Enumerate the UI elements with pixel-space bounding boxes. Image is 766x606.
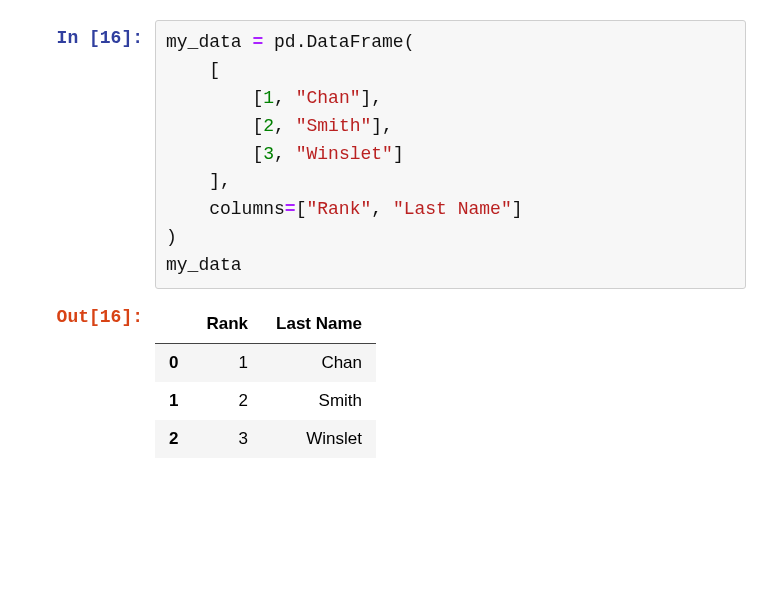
table-cell: 3: [192, 420, 262, 458]
code-num: 3: [263, 144, 274, 164]
code-lbrack: [: [252, 116, 263, 136]
output-cell: Out[16]: Rank Last Name 0 1 Chan 1 2: [20, 299, 746, 458]
code-str: "Last Name": [393, 199, 512, 219]
table-cell: 1: [192, 344, 262, 383]
code-comma: ,: [274, 88, 285, 108]
code-dot: .: [296, 32, 307, 52]
table-index-cell: 2: [155, 420, 192, 458]
code-rbrack: ]: [512, 199, 523, 219]
input-prompt: In [16]:: [20, 20, 155, 289]
code-str: "Rank": [306, 199, 371, 219]
table-index-cell: 1: [155, 382, 192, 420]
code-open: (: [404, 32, 415, 52]
table-cell: Chan: [262, 344, 376, 383]
table-row: 2 3 Winslet: [155, 420, 376, 458]
code-comma: ,: [274, 116, 285, 136]
code-echo: my_data: [166, 255, 242, 275]
code-pd: pd: [274, 32, 296, 52]
code-lbrack: [: [296, 199, 307, 219]
code-close: ): [166, 227, 177, 247]
code-comma: ,: [274, 144, 285, 164]
code-rbrack: ]: [360, 88, 371, 108]
code-comma: ,: [371, 199, 382, 219]
code-comma: ,: [382, 116, 393, 136]
code-str: "Winslet": [296, 144, 393, 164]
table-col-header: Last Name: [262, 305, 376, 344]
code-comma: ,: [220, 171, 231, 191]
code-columns-kw: columns: [209, 199, 285, 219]
code-lbrack: [: [209, 60, 220, 80]
table-cell: 2: [192, 382, 262, 420]
table-row: 1 2 Smith: [155, 382, 376, 420]
table-row: 0 1 Chan: [155, 344, 376, 383]
code-str: "Smith": [296, 116, 372, 136]
code-block[interactable]: my_data = pd.DataFrame( [ [1, "Chan"], […: [155, 20, 746, 289]
table-header-row: Rank Last Name: [155, 305, 376, 344]
table-cell: Smith: [262, 382, 376, 420]
code-ctor: DataFrame: [306, 32, 403, 52]
code-eq2: =: [285, 199, 296, 219]
code-rbrack: ]: [371, 116, 382, 136]
input-cell: In [16]: my_data = pd.DataFrame( [ [1, "…: [20, 20, 746, 289]
code-lbrack: [: [252, 88, 263, 108]
table-cell: Winslet: [262, 420, 376, 458]
code-comma: ,: [371, 88, 382, 108]
code-rbrack: ]: [209, 171, 220, 191]
code-num: 1: [263, 88, 274, 108]
dataframe-table: Rank Last Name 0 1 Chan 1 2 Smith 2 3: [155, 305, 376, 458]
code-str: "Chan": [296, 88, 361, 108]
code-var: my_data: [166, 32, 242, 52]
code-lbrack: [: [252, 144, 263, 164]
code-eq: =: [242, 32, 274, 52]
output-area: Rank Last Name 0 1 Chan 1 2 Smith 2 3: [155, 299, 746, 458]
code-rbrack: ]: [393, 144, 404, 164]
table-index-header: [155, 305, 192, 344]
output-prompt: Out[16]:: [20, 299, 155, 458]
code-num: 2: [263, 116, 274, 136]
table-index-cell: 0: [155, 344, 192, 383]
table-col-header: Rank: [192, 305, 262, 344]
